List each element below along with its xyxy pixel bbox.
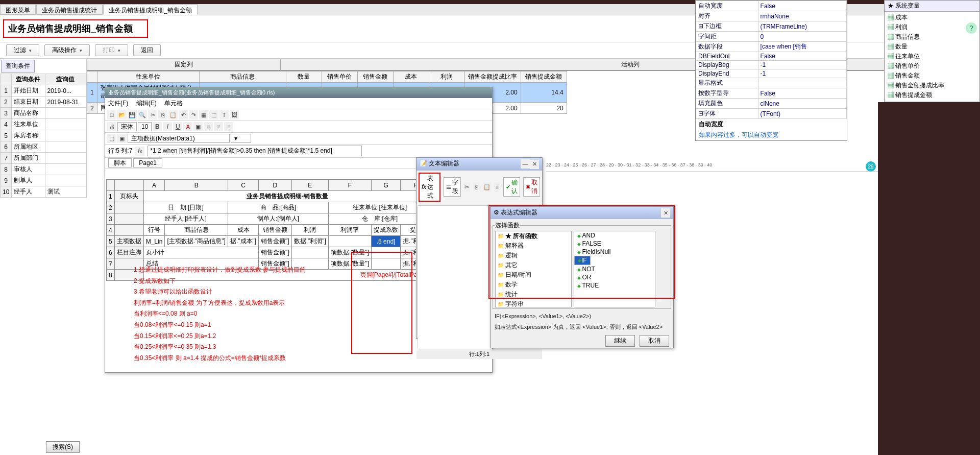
paste-icon[interactable]: 📋 [168,110,178,119]
query-row: 3商品名称 [1,108,86,119]
red-annotations: 1.想通过提成明细打印报表设计，做到提成系数 参与提成的目的 2.提成系数如下 … [134,265,306,364]
sep-icon: ≡ [494,182,500,191]
cell-pos: 行:5 列:7 [108,147,132,155]
sysvar-item[interactable]: 销售金额 [887,71,977,81]
query-row: 10经手人测试 [1,186,86,198]
query-row: 6所属地区 [1,141,86,153]
back-button[interactable]: 返回 [133,44,161,56]
font-select[interactable]: 宋体 [117,122,137,131]
query-grid[interactable]: 查询条件查询值 1开始日期2019-0... 2结束日期2019-08-31 3… [0,74,86,198]
tab-commission-stats[interactable]: 业务员销售提成统计 [36,4,103,15]
print-icon[interactable]: 🖨 [107,122,116,131]
menu-edit[interactable]: 编辑(E) [136,100,157,107]
advanced-button[interactable]: 高级操作 [44,44,90,56]
paste-icon[interactable]: 📋 [483,182,491,191]
band-select[interactable]: 主项数据(MasterData1) [128,134,230,143]
close-icon[interactable]: ✕ [530,160,539,169]
close-icon[interactable]: ✕ [661,208,670,218]
copy-icon[interactable]: ⎘ [158,110,167,119]
sysvar-item[interactable]: 数量 [887,42,977,52]
continue-button[interactable]: 继续 [605,335,635,347]
query-row: 1开始日期2019-0... [1,85,86,97]
grid-icon[interactable]: ▦ [199,110,208,119]
query-row: 8审核人 [1,164,86,175]
border2-icon[interactable]: ▣ [117,134,127,143]
fx-icon[interactable]: fx [135,147,144,156]
sysvar-item[interactable]: 成本 [887,13,977,22]
expression-editor-dialog[interactable]: ⚙ 表达式编辑器 ✕ 选择函数 ★ 所有函数 解释器 逻辑 其它 日期/时间 数… [490,206,674,348]
tab-graphic-menu[interactable]: 图形菜单 [0,4,36,15]
formula-input[interactable]: *1.2 when [销售利润]/[销售金额]>0.35 then [销售提成金… [148,146,362,156]
fn-signature: IF(<Expression>, <Value1>, <Value2>) [491,311,673,321]
background-ruler: 22 · 23 · 24 · 25 · 26 · 27 · 28 · 29 · … [546,162,878,172]
filter-button[interactable]: 过滤 [6,44,39,56]
query-row: 5库房名称 [1,130,86,141]
align-left-icon[interactable]: ≡ [204,122,213,131]
sheet-page1[interactable]: Page1 [133,158,162,167]
cut-icon[interactable]: ✂ [148,110,157,119]
tab-commission-detail[interactable]: 业务员销售提成明细_销售金额 [103,4,198,15]
field-tab-button[interactable]: ☰ 字段 [444,177,461,197]
query-row: 4往来单位 [1,119,86,130]
designer-title: 业务员销售提成明细_销售金额(业务员销售提成明细_销售金额0.rls) [105,87,492,98]
right-dark-bg [878,102,980,455]
fixed-cols-label: 固定列 [87,59,281,70]
image-icon[interactable]: 🖼 [230,110,239,119]
help-icon[interactable]: ? [966,22,977,34]
cut-icon[interactable]: ✂ [464,182,470,191]
redo-icon[interactable]: ↷ [189,110,198,119]
fillcolor-icon[interactable]: ▣ [193,122,203,131]
sysvar-item[interactable]: 销售金额提成比率 [887,81,977,90]
menu-cell[interactable]: 单元格 [164,100,183,107]
menu-file[interactable]: 文件(F) [108,100,128,107]
prop-hint: 如果内容过多，可以自动变宽 [696,130,847,140]
fontcolor-icon[interactable]: A [183,122,192,131]
cancel-button[interactable]: 取消 [640,335,669,347]
text-editor-status: 行:1列:1 [416,349,542,359]
underline-icon[interactable]: U [173,122,182,131]
active-cols-label: 活动列 [281,59,980,70]
align-right-icon[interactable]: ≡ [224,122,233,131]
search-button[interactable]: 搜索(S) [46,441,80,453]
open-icon[interactable]: 📂 [117,110,127,119]
align-center-icon[interactable]: ≡ [214,122,223,131]
sysvar-item[interactable]: 销售单价 [887,61,977,71]
italic-icon[interactable]: I [163,122,172,131]
sysvar-item[interactable]: 商品信息 [887,32,977,42]
sysvar-item[interactable]: 往来单位 [887,52,977,61]
save-icon[interactable]: 💾 [128,110,137,119]
preview-icon[interactable]: 🔍 [138,110,147,119]
fn-desc: 如表达式<Expression> 为真，返回 <Value1>; 否则，返回 <… [491,321,673,333]
copy-icon[interactable]: ⎘ [473,182,479,191]
expr-tab-button[interactable]: fx 表达式 [419,173,440,202]
fn-category-tree[interactable]: ★ 所有函数 解释器 逻辑 其它 日期/时间 数学 统计 字符串 [495,231,572,307]
properties-panel[interactable]: 自动宽度False 对齐rmhaNone ⊟下边框(TRMFrameLine) … [695,0,847,141]
sysvar-panel[interactable]: ★ 系统变量 成本 利润 商品信息 数量 往来单位 销售单价 销售金额 销售金额… [884,0,980,102]
zoom-select[interactable]: ▾ [231,134,251,143]
cancel-button[interactable]: ✖ 取消 [523,177,540,197]
sysvar-title: ★ 系统变量 [888,2,920,9]
ok-button[interactable]: ✔ 确认 [503,177,520,197]
query-row: 9制单人 [1,175,86,186]
query-tab[interactable]: 查询条件 [1,60,35,73]
fn-if: IF [574,256,591,265]
query-row: 7所属部门 [1,153,86,164]
new-icon[interactable]: □ [107,110,116,119]
text-icon[interactable]: T [219,110,229,119]
fn-list[interactable]: AND FALSE FieldIsNull IF NOT OR TRUE [574,231,655,307]
minimize-icon[interactable]: — [521,159,530,169]
sheet-script[interactable]: 脚本 [108,158,132,167]
sysvar-item[interactable]: 销售提成金额 [887,90,977,100]
page-badge: 29 [866,161,876,172]
bold-icon[interactable]: B [153,122,162,131]
selected-cell: .5 end] [372,236,401,247]
sysvar-item[interactable]: 利润 [887,22,977,32]
query-row: 2结束日期2019-08-31 [1,97,86,108]
undo-icon[interactable]: ↶ [179,110,188,119]
fontsize-select[interactable]: 10 [138,122,152,131]
print-button[interactable]: 打印 [95,44,128,56]
page-title: 业务员销售提成明细_销售金额 [3,19,148,38]
border-icon[interactable]: ▢ [107,134,116,143]
merge-icon[interactable]: ⬚ [209,110,218,119]
